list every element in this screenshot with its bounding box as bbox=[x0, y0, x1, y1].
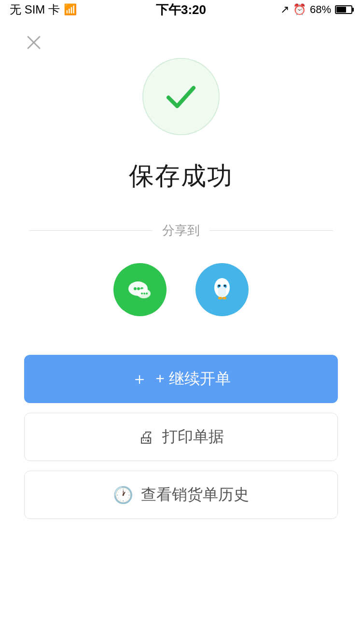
svg-point-14 bbox=[224, 285, 226, 287]
plus-icon: ＋ bbox=[131, 368, 148, 390]
qq-icon bbox=[207, 274, 238, 306]
svg-point-7 bbox=[141, 293, 143, 294]
share-divider: 分享到 bbox=[0, 222, 362, 239]
history-label: 查看销货单历史 bbox=[141, 484, 249, 505]
battery-icon bbox=[335, 5, 352, 14]
printer-icon: 🖨 bbox=[138, 428, 154, 447]
svg-point-13 bbox=[218, 285, 220, 287]
status-right: ↗ ⏰ 68% bbox=[280, 3, 352, 16]
share-icons bbox=[113, 263, 249, 316]
divider-right bbox=[209, 230, 333, 231]
history-button[interactable]: 🕐 查看销货单历史 bbox=[24, 471, 338, 519]
qq-share-button[interactable] bbox=[195, 263, 249, 316]
main-content: 保存成功 分享到 bbox=[0, 19, 362, 519]
location-icon: ↗ bbox=[280, 3, 289, 16]
share-label: 分享到 bbox=[153, 222, 209, 239]
svg-point-3 bbox=[134, 287, 137, 290]
svg-rect-16 bbox=[218, 297, 222, 299]
action-buttons: ＋ + 继续开单 🖨 打印单据 🕐 查看销货单历史 bbox=[0, 355, 362, 519]
status-bar: 无 SIM 卡 📶 下午3:20 ↗ ⏰ 68% bbox=[0, 0, 362, 19]
continue-button[interactable]: ＋ + 继续开单 bbox=[24, 355, 338, 403]
sim-status: 无 SIM 卡 bbox=[10, 2, 60, 17]
svg-point-18 bbox=[218, 286, 226, 297]
print-button[interactable]: 🖨 打印单据 bbox=[24, 413, 338, 461]
continue-label: + 继续开单 bbox=[155, 368, 231, 390]
status-time: 下午3:20 bbox=[156, 1, 206, 18]
success-circle bbox=[142, 58, 220, 135]
svg-rect-17 bbox=[223, 297, 226, 299]
close-button[interactable] bbox=[19, 28, 48, 57]
alarm-icon: ⏰ bbox=[293, 3, 306, 16]
wechat-icon bbox=[125, 274, 156, 306]
svg-point-8 bbox=[143, 293, 145, 294]
checkmark-icon bbox=[162, 77, 200, 116]
wifi-icon: 📶 bbox=[64, 3, 77, 16]
close-icon bbox=[25, 34, 42, 51]
clock-icon: 🕐 bbox=[113, 485, 133, 504]
battery-percent: 68% bbox=[310, 3, 331, 16]
print-label: 打印单据 bbox=[162, 426, 224, 448]
status-left: 无 SIM 卡 📶 bbox=[10, 2, 77, 17]
success-title: 保存成功 bbox=[129, 159, 233, 193]
svg-point-4 bbox=[137, 287, 140, 290]
svg-point-9 bbox=[146, 293, 148, 294]
wechat-share-button[interactable] bbox=[113, 263, 167, 316]
divider-left bbox=[29, 230, 153, 231]
